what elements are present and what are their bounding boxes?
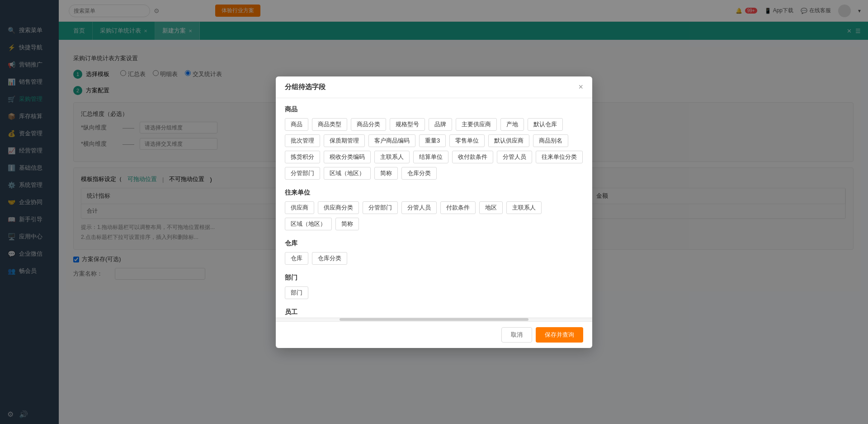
cancel-button[interactable]: 取消	[501, 327, 532, 343]
section-warehouse-title: 仓库	[285, 239, 583, 248]
tag-product-4[interactable]: 品牌	[429, 118, 452, 131]
tag-partner-6[interactable]: 主联系人	[506, 201, 542, 214]
tag-product-24[interactable]: 简称	[374, 167, 398, 180]
tag-product-19[interactable]: 收付款条件	[452, 151, 493, 163]
tag-product-14[interactable]: 商品别名	[533, 134, 568, 147]
confirm-button[interactable]: 保存并查询	[536, 327, 583, 343]
tag-product-21[interactable]: 往来单位分类	[536, 151, 583, 163]
tag-partner-8[interactable]: 简称	[335, 218, 359, 230]
modal-header: 分组待选字段 ×	[276, 76, 592, 98]
tag-product-2[interactable]: 商品分类	[351, 118, 386, 131]
warehouse-tags: 仓库 仓库分类	[285, 252, 583, 265]
partner-tags: 供应商 供应商分类 分管部门 分管人员 付款条件 地区 主联系人 区域（地区） …	[285, 201, 583, 230]
section-staff: 员工 业务员	[285, 308, 583, 318]
modal-title: 分组待选字段	[285, 83, 326, 91]
section-partner: 往来单位 供应商 供应商分类 分管部门 分管人员 付款条件 地区 主联系人 区域…	[285, 189, 583, 230]
tag-product-8[interactable]: 批次管理	[285, 134, 320, 147]
product-tags: 商品 商品类型 商品分类 规格型号 品牌 主要供应商 产地 默认仓库 批次管理 …	[285, 118, 583, 180]
section-product-title: 商品	[285, 105, 583, 114]
tag-product-0[interactable]: 商品	[285, 118, 308, 131]
modal-close-btn[interactable]: ×	[578, 82, 583, 92]
tag-product-10[interactable]: 客户商品编码	[368, 134, 415, 147]
tag-product-5[interactable]: 主要供应商	[456, 118, 497, 131]
horizontal-scrollbar[interactable]	[276, 318, 592, 321]
tag-dept-0[interactable]: 部门	[285, 286, 308, 299]
section-warehouse: 仓库 仓库 仓库分类	[285, 239, 583, 265]
tag-warehouse-0[interactable]: 仓库	[285, 252, 308, 265]
section-dept: 部门 部门	[285, 274, 583, 299]
section-partner-title: 往来单位	[285, 189, 583, 197]
tag-warehouse-1[interactable]: 仓库分类	[312, 252, 347, 265]
modal-footer: 取消 保存并查询	[276, 321, 592, 348]
tag-partner-5[interactable]: 地区	[479, 201, 503, 214]
tag-partner-2[interactable]: 分管部门	[363, 201, 398, 214]
section-dept-title: 部门	[285, 274, 583, 282]
tag-product-1[interactable]: 商品类型	[312, 118, 347, 131]
tag-product-25[interactable]: 仓库分类	[401, 167, 437, 180]
tag-product-23[interactable]: 区域（地区）	[324, 167, 371, 180]
section-product: 商品 商品 商品类型 商品分类 规格型号 品牌 主要供应商 产地 默认仓库 批次…	[285, 105, 583, 180]
tag-product-6[interactable]: 产地	[500, 118, 524, 131]
tag-product-11[interactable]: 重量3	[419, 134, 446, 147]
tag-product-16[interactable]: 税收分类编码	[324, 151, 371, 163]
section-staff-title: 员工	[285, 308, 583, 316]
modal-body: 商品 商品 商品类型 商品分类 规格型号 品牌 主要供应商 产地 默认仓库 批次…	[276, 98, 592, 318]
tag-product-18[interactable]: 结算单位	[413, 151, 448, 163]
tag-product-20[interactable]: 分管人员	[497, 151, 532, 163]
tag-partner-0[interactable]: 供应商	[285, 201, 314, 214]
tag-product-12[interactable]: 零售单位	[449, 134, 485, 147]
tag-partner-4[interactable]: 付款条件	[440, 201, 476, 214]
tag-product-13[interactable]: 默认供应商	[488, 134, 529, 147]
tag-product-15[interactable]: 拣货积分	[285, 151, 320, 163]
tag-product-3[interactable]: 规格型号	[390, 118, 425, 131]
tag-product-7[interactable]: 默认仓库	[528, 118, 563, 131]
modal-overlay: 分组待选字段 × 商品 商品 商品类型 商品分类 规格型号 品牌 主要供应商 产…	[0, 0, 868, 424]
tag-partner-1[interactable]: 供应商分类	[318, 201, 359, 214]
tag-partner-7[interactable]: 区域（地区）	[285, 218, 332, 230]
field-selection-modal: 分组待选字段 × 商品 商品 商品类型 商品分类 规格型号 品牌 主要供应商 产…	[276, 76, 592, 348]
tag-product-22[interactable]: 分管部门	[285, 167, 320, 180]
tag-product-17[interactable]: 主联系人	[374, 151, 410, 163]
tag-partner-3[interactable]: 分管人员	[401, 201, 437, 214]
tag-product-9[interactable]: 保质期管理	[324, 134, 365, 147]
dept-tags: 部门	[285, 286, 583, 299]
